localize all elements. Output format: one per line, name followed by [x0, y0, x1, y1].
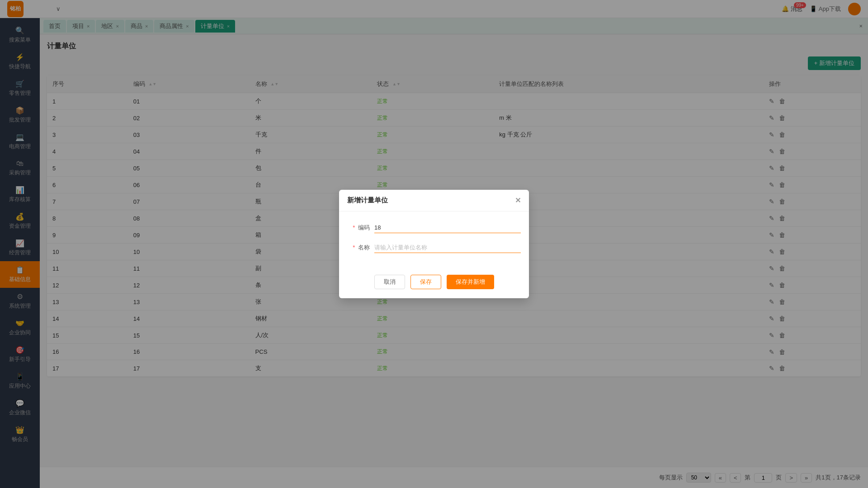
- add-unit-modal: 新增计量单位 ✕ * 编码 * 名称 取消 保存 保存并新增: [339, 190, 529, 298]
- code-label: * 编码: [347, 224, 374, 232]
- name-field-row: * 名称: [347, 242, 521, 253]
- modal-close-button[interactable]: ✕: [515, 196, 521, 205]
- modal-body: * 编码 * 名称: [339, 211, 529, 269]
- code-field-row: * 编码: [347, 222, 521, 233]
- modal-title: 新增计量单位: [347, 196, 388, 205]
- name-input[interactable]: [374, 242, 521, 253]
- name-required-mark: *: [353, 244, 355, 251]
- save-add-button[interactable]: 保存并新增: [447, 275, 494, 289]
- modal-header: 新增计量单位 ✕: [339, 190, 529, 211]
- code-required-mark: *: [353, 224, 355, 231]
- save-button[interactable]: 保存: [410, 275, 441, 289]
- cancel-button[interactable]: 取消: [374, 275, 405, 289]
- name-label: * 名称: [347, 244, 374, 252]
- modal-footer: 取消 保存 保存并新增: [339, 269, 529, 298]
- code-input[interactable]: [374, 222, 521, 233]
- modal-overlay: 新增计量单位 ✕ * 编码 * 名称 取消 保存 保存并新增: [0, 0, 868, 488]
